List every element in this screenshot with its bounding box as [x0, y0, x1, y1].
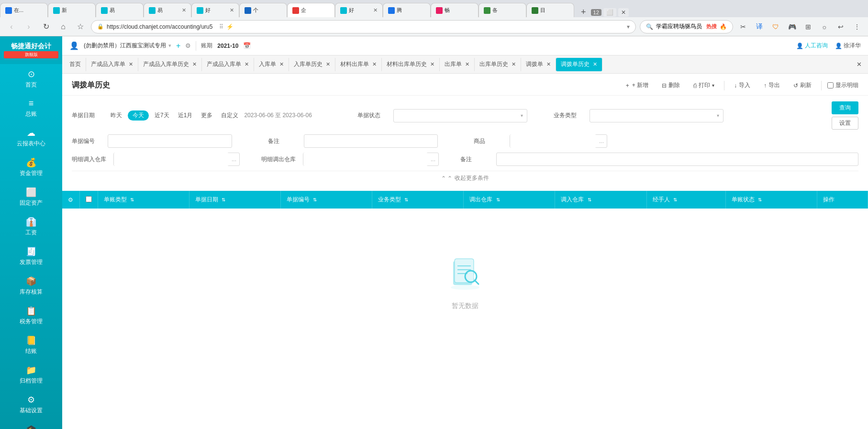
tab-close-button[interactable]: ✕ — [512, 61, 516, 67]
settings-button[interactable]: 设置 — [832, 117, 858, 130]
tab-close-icon[interactable]: ✕ — [230, 7, 234, 13]
print-button[interactable]: ⎙ 打印 ▾ — [690, 79, 718, 91]
browser-tab-8[interactable]: 腾 — [383, 3, 431, 17]
sidebar-item-guide[interactable]: 🎓 新手引导 — [0, 419, 62, 429]
detail-in-input[interactable] — [114, 153, 229, 166]
grid-icon[interactable]: ⊞ — [802, 21, 814, 33]
date-1month-btn[interactable]: 近1月 — [175, 110, 196, 121]
tab-close-button[interactable]: ✕ — [372, 61, 377, 67]
status-select[interactable]: ▾ — [393, 109, 527, 122]
date-today-btn[interactable]: 今天 — [128, 110, 149, 121]
browser-tab-2[interactable]: 新 — [48, 3, 96, 17]
page-tab-stock-out-history[interactable]: 出库单历史 ✕ — [475, 58, 521, 71]
th-in-warehouse[interactable]: 调入仓库 ⇅ — [555, 191, 646, 209]
page-tab-finished-goods-in-history[interactable]: 产成品入库单历史 ✕ — [138, 58, 202, 71]
sidebar-item-closing[interactable]: 📒 结账 — [0, 330, 62, 360]
tab-close-button[interactable]: ✕ — [465, 61, 469, 67]
company-selector[interactable]: (勿删勿禁用）江西服宝测试专用 ▾ — [84, 42, 171, 50]
browser-tab-11[interactable]: 目 — [526, 3, 574, 17]
calendar-icon[interactable]: 📅 — [243, 42, 251, 49]
browser-tab-4[interactable]: 易 ✕ — [144, 3, 191, 17]
goods-input[interactable] — [510, 134, 596, 148]
cut-icon[interactable]: ✂ — [737, 21, 749, 33]
date-more-btn[interactable]: 更多 — [198, 110, 215, 121]
select-all-checkbox[interactable] — [86, 196, 92, 202]
sidebar-item-ledger[interactable]: ≡ 总账 — [0, 94, 62, 123]
restore-window-button[interactable]: ⬜ — [603, 8, 616, 17]
menu-icon[interactable]: ⋮ — [851, 21, 863, 33]
user-profile[interactable]: 👤 徐泽华 — [835, 42, 861, 50]
browser-tab-5[interactable]: 好 ✕ — [191, 3, 239, 17]
goods-dots-button[interactable]: ... — [596, 138, 607, 144]
tab-count-badge[interactable]: 12 — [591, 9, 601, 16]
detail-checkbox-input[interactable] — [827, 82, 834, 88]
page-tab-stock-out[interactable]: 出库单 ✕ — [440, 58, 475, 71]
th-checkbox[interactable] — [79, 191, 98, 209]
date-yesterday-btn[interactable]: 昨天 — [108, 110, 125, 121]
tab-close-button[interactable]: ✕ — [279, 61, 284, 67]
search-bar[interactable]: 🔍 学霸应聘场驱鸟员 热搜 🔥 — [640, 20, 733, 33]
sidebar-item-home[interactable]: ⊙ 首页 — [0, 64, 62, 94]
sidebar-item-payroll[interactable]: 👔 工资 — [0, 212, 62, 242]
th-gear[interactable]: ⚙ — [62, 191, 79, 209]
new-tab-button[interactable]: + — [578, 7, 589, 17]
shield-icon[interactable]: 🛡 — [769, 21, 782, 33]
doc-number-input[interactable] — [108, 134, 232, 148]
browser-tab-7[interactable]: 好 ✕ — [335, 3, 383, 17]
sidebar-item-cloud-report[interactable]: ☁ 云报表中心 — [0, 123, 62, 153]
tab-close-button[interactable]: ✕ — [129, 61, 133, 67]
tab-close-button[interactable]: ✕ — [326, 61, 330, 67]
detail-out-input[interactable] — [303, 153, 428, 166]
detail-in-dots-button[interactable]: ... — [229, 156, 239, 163]
tab-close-button[interactable]: ✕ — [546, 61, 551, 67]
close-all-tabs-button[interactable]: ✕ — [852, 58, 866, 71]
th-out-warehouse[interactable]: 调出仓库 ⇅ — [464, 191, 555, 209]
page-tab-stock-in[interactable]: 入库单 ✕ — [254, 58, 289, 71]
export-button[interactable]: ↑ 导出 — [760, 79, 784, 91]
detail-out-dots-button[interactable]: ... — [428, 156, 438, 163]
home-button[interactable]: ⌂ — [56, 20, 70, 33]
sidebar-item-tax[interactable]: 📋 税务管理 — [0, 301, 62, 330]
tab-close-button[interactable]: ✕ — [593, 61, 597, 67]
date-custom-btn[interactable]: 自定义 — [218, 110, 241, 121]
forward-button[interactable]: › — [22, 20, 35, 33]
page-tab-home[interactable]: 首页 — [65, 58, 86, 71]
page-tab-finished-goods-in[interactable]: 产成品入库单 ✕ — [86, 58, 138, 71]
translate-icon[interactable]: 译 — [753, 21, 766, 33]
browser-tab-10[interactable]: 各 — [479, 3, 526, 17]
biz-type-select[interactable]: ▾ — [590, 109, 723, 122]
undo-icon[interactable]: ↩ — [835, 21, 847, 33]
th-doc-number[interactable]: 单据编号 ⇅ — [280, 191, 372, 209]
sidebar-item-fund[interactable]: 💰 资金管理 — [0, 153, 62, 182]
settings-header-icon[interactable]: ⚙ — [185, 42, 191, 49]
page-tab-transfer-history[interactable]: 调拨单历史 ✕ — [556, 58, 602, 71]
gamepad-icon[interactable]: 🎮 — [786, 21, 798, 33]
tab-close-icon[interactable]: ✕ — [182, 7, 186, 13]
brightness-icon[interactable]: ☼ — [818, 21, 831, 33]
browser-tab-6[interactable]: 个 — [239, 3, 287, 17]
close-window-button[interactable]: ✕ — [618, 8, 629, 17]
customer-service-button[interactable]: 👤 人工咨询 — [796, 42, 828, 50]
sidebar-item-invoice[interactable]: 🧾 发票管理 — [0, 242, 62, 271]
sidebar-item-fixed-assets[interactable]: ⬜ 固定资产 — [0, 182, 62, 212]
bookmark-button[interactable]: ☆ — [74, 20, 87, 33]
import-button[interactable]: ↓ 导入 — [730, 79, 754, 91]
browser-tab-3[interactable]: 易 — [96, 3, 144, 17]
th-doc-date[interactable]: 单据日期 ⇅ — [189, 191, 280, 209]
new-button[interactable]: + + 新增 — [622, 79, 652, 91]
address-bar[interactable]: 🔒 https://cloud.chanjet.com/accounting/u… — [91, 20, 636, 33]
detail-remark-input[interactable] — [496, 153, 858, 166]
sidebar-item-archive[interactable]: 📁 归档管理 — [0, 360, 62, 390]
th-handler[interactable]: 经手人 ⇅ — [646, 191, 725, 209]
query-button[interactable]: 查询 — [832, 101, 858, 114]
tab-close-icon[interactable]: ✕ — [373, 7, 378, 13]
dropdown-icon[interactable]: ▾ — [627, 23, 630, 30]
show-detail-checkbox[interactable]: 显示明细 — [827, 81, 858, 89]
browser-tab-9[interactable]: 畅 — [431, 3, 479, 17]
page-tab-finished-goods-in-2[interactable]: 产成品入库单 ✕ — [202, 58, 254, 71]
sidebar-item-settings[interactable]: ⚙ 基础设置 — [0, 390, 62, 419]
delete-button[interactable]: ⊟ 删除 — [658, 79, 684, 91]
tab-close-button[interactable]: ✕ — [245, 61, 249, 67]
add-company-button[interactable]: + — [176, 42, 180, 50]
tab-close-button[interactable]: ✕ — [192, 61, 197, 67]
